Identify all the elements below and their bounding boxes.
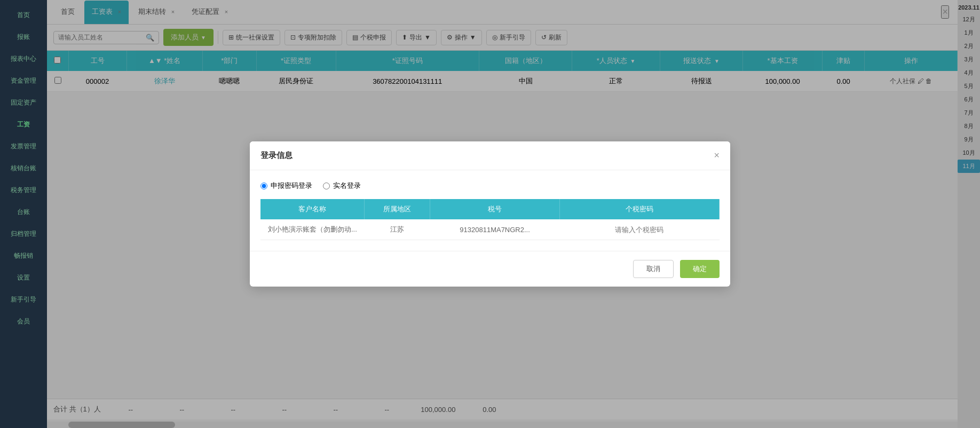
modal-body: 申报密码登录 实名登录 客户名称 所属地区 税号 个税密码 — [250, 170, 730, 251]
modal-cell-client-name: 刘小艳演示账套（勿删勿动... — [260, 219, 365, 240]
modal-col-region: 所属地区 — [365, 199, 430, 219]
modal-close-button[interactable]: × — [714, 150, 720, 161]
login-type-radio-group: 申报密码登录 实名登录 — [260, 181, 720, 191]
modal-col-tax-password: 个税密码 — [559, 199, 719, 219]
login-modal: 登录信息 × 申报密码登录 实名登录 客户名称 所属地区 — [250, 141, 730, 287]
confirm-button[interactable]: 确定 — [680, 260, 720, 278]
tax-password-input[interactable] — [567, 226, 712, 234]
radio-password-input[interactable] — [260, 183, 267, 189]
modal-header: 登录信息 × — [250, 141, 730, 170]
radio-realname-input[interactable] — [323, 183, 330, 189]
radio-password-login[interactable]: 申报密码登录 — [260, 181, 312, 191]
modal-title: 登录信息 — [260, 150, 293, 161]
modal-table-row: 刘小艳演示账套（勿删勿动... 江苏 91320811MA7NGR2... — [260, 219, 720, 240]
radio-realname-login[interactable]: 实名登录 — [323, 181, 361, 191]
client-table: 客户名称 所属地区 税号 个税密码 刘小艳演示账套（勿删勿动... 江苏 913… — [260, 199, 720, 240]
modal-col-tax-number: 税号 — [430, 199, 559, 219]
modal-col-client: 客户名称 — [260, 199, 365, 219]
modal-footer: 取消 确定 — [250, 251, 730, 287]
modal-cell-tax-number: 91320811MA7NGR2... — [430, 219, 559, 240]
modal-cell-region: 江苏 — [365, 219, 430, 240]
modal-overlay: 登录信息 × 申报密码登录 实名登录 客户名称 所属地区 — [0, 0, 980, 428]
cancel-button[interactable]: 取消 — [633, 260, 674, 278]
modal-cell-tax-password[interactable] — [559, 219, 719, 240]
